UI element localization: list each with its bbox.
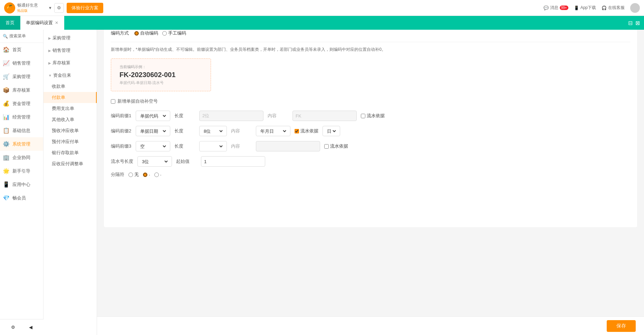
- prefix3-dropdown[interactable]: 空 单据代码 单据日期 部门 业务员: [139, 143, 167, 149]
- header-right: 💬 消息 99+ 📱 App下载 🎧 在线客服: [544, 3, 640, 13]
- sidebar-item-home[interactable]: 🏠 首页: [0, 43, 43, 56]
- prefix3-select[interactable]: 空 单据代码 单据日期 部门 业务员: [136, 141, 170, 151]
- sidebar-label-enterprise: 企业协同: [12, 155, 30, 161]
- messages-button[interactable]: 💬 消息 99+: [544, 5, 568, 11]
- flow-checkbox3[interactable]: [324, 144, 329, 149]
- flow-length-dropdown[interactable]: 3位 4位 5位: [141, 159, 169, 165]
- start-value-input[interactable]: [201, 156, 265, 167]
- sidebar-item-sales[interactable]: 📈 销售管理: [0, 56, 43, 70]
- auto-code-radio[interactable]: [134, 31, 139, 36]
- length2-select[interactable]: 8位 6位 4位: [199, 126, 227, 136]
- sub-item-prepaid-recv[interactable]: 预收冲应收单: [44, 125, 97, 136]
- sub-item-prepaid-pay[interactable]: 预付冲应付单: [44, 136, 97, 147]
- separator-dot-label: ·: [149, 172, 150, 177]
- auto-code-option[interactable]: 自动编码: [134, 30, 158, 36]
- length3-dropdown[interactable]: [202, 143, 224, 149]
- sub-item-receipt[interactable]: 收款单: [44, 81, 97, 92]
- trial-button[interactable]: 体验行业方案: [67, 3, 103, 13]
- length2-dropdown[interactable]: 8位 6位 4位: [202, 128, 224, 134]
- window-minimize-icon[interactable]: ⊟: [628, 20, 633, 26]
- prefix1-label: 编码前缀1: [111, 113, 132, 119]
- sidebar-item-finance[interactable]: 💰 资金管理: [0, 97, 43, 110]
- sub-item-ap-adjust[interactable]: 应收应付调整单: [44, 158, 97, 169]
- sidebar-item-enterprise[interactable]: 🏢 企业协同: [0, 151, 43, 164]
- length1-input: [199, 111, 263, 121]
- auto-fill-checkbox[interactable]: [111, 99, 115, 104]
- flow-checkbox2[interactable]: [295, 129, 299, 133]
- tab-bar: 首页 单据编码设置 ✕ ⊟ ⊠: [0, 16, 644, 30]
- app-label: App下载: [580, 5, 596, 11]
- tab-encoding[interactable]: 单据编码设置 ✕: [20, 16, 64, 30]
- sub-group-inventory-header[interactable]: ▶ 库存核算: [44, 57, 97, 68]
- content3-label: 内容: [231, 143, 252, 149]
- sub-item-bank-deposit[interactable]: 银行存取款单: [44, 147, 97, 158]
- content1-label: 内容: [268, 113, 288, 119]
- prefix2-select[interactable]: 单据日期 部门 业务员 空: [136, 126, 170, 136]
- length1-label: 长度: [174, 113, 195, 119]
- sidebar-item-purchase[interactable]: 🛒 采购管理: [0, 70, 43, 83]
- separator-row: 分隔符 无 · ·: [111, 171, 630, 178]
- content2-dropdown[interactable]: 年月日 年月 年: [259, 128, 287, 134]
- tab-home[interactable]: 首页: [0, 16, 20, 30]
- purchase-icon: 🛒: [3, 73, 10, 80]
- chevron-right-icon: ▶: [48, 36, 51, 40]
- auto-fill-row: 新增单据自动补空号: [111, 98, 630, 104]
- sidebar-item-guide[interactable]: 🌟 新手引导: [0, 164, 43, 178]
- flow-checkbox1[interactable]: [361, 114, 365, 118]
- chevron-down-icon2: ▼: [48, 74, 52, 77]
- length2-label: 长度: [174, 128, 195, 134]
- separator-none-radio[interactable]: [128, 173, 133, 177]
- sidebar-item-vip[interactable]: 💎 畅会员: [0, 191, 43, 205]
- sub-item-other-income[interactable]: 其他收入单: [44, 114, 97, 125]
- sidebar-item-operations[interactable]: 📊 经营管理: [0, 110, 43, 124]
- settings-button[interactable]: ⚙: [54, 3, 64, 13]
- tab-close-icon[interactable]: ✕: [55, 20, 58, 25]
- separator-none-option[interactable]: 无: [128, 171, 139, 178]
- search-menu[interactable]: 🔍 搜索菜单: [0, 30, 43, 43]
- service-label: 在线客服: [608, 5, 625, 11]
- flow-label2: 流水依据: [300, 128, 318, 134]
- separator-dash-radio[interactable]: [154, 173, 159, 177]
- content2-label: 内容: [231, 128, 252, 134]
- sub-group-purchase-header[interactable]: ▶ 采购管理: [44, 32, 97, 44]
- separator-dot-radio[interactable]: [143, 173, 147, 177]
- flow-check1: 流水依据: [361, 113, 385, 119]
- sidebar-label-guide: 新手引导: [12, 168, 30, 174]
- logo-title: 畅通好生意: [17, 3, 38, 8]
- window-maximize-icon[interactable]: ⊠: [635, 20, 640, 26]
- flow2-period-dropdown[interactable]: 日 月 年: [326, 128, 337, 134]
- sub-group-capital: ▼ 资金往来 收款单 付款单 费用支出单 其他收入单 预收冲应收单 预付冲应付单…: [44, 70, 97, 169]
- app-download-button[interactable]: 📱 App下载: [574, 5, 596, 11]
- sidebar-item-basic[interactable]: 📋 基础信息: [0, 124, 43, 137]
- sub-group-capital-header[interactable]: ▼ 资金往来: [44, 70, 97, 81]
- length3-select[interactable]: [199, 141, 227, 151]
- sidebar-label-home: 首页: [12, 47, 21, 53]
- prefix1-dropdown[interactable]: 单据代码 部门 业务员 空: [139, 113, 167, 119]
- apps-icon: 📱: [3, 181, 10, 188]
- sub-group-sales-header[interactable]: ▶ 销售管理: [44, 45, 97, 56]
- separator-dot-option[interactable]: ·: [143, 172, 150, 177]
- sub-item-payment[interactable]: 付款单: [44, 92, 97, 103]
- sidebar-item-apps[interactable]: 📱 应用中心: [0, 178, 43, 191]
- content3-input: [256, 141, 320, 151]
- flow-length-select[interactable]: 3位 4位 5位: [137, 156, 172, 167]
- manual-code-radio[interactable]: [162, 31, 167, 36]
- sidebar-item-inventory[interactable]: 📦 库存核算: [0, 83, 43, 97]
- code-preview-box: 当前编码示例： FK-20230602-001 单据代码-单据日期-流水号: [111, 58, 211, 91]
- sidebar-label-sales: 销售管理: [12, 60, 30, 66]
- prefix2-dropdown[interactable]: 单据日期 部门 业务员 空: [139, 128, 167, 134]
- header-dropdown[interactable]: ▾: [49, 5, 51, 10]
- flow2-period-select[interactable]: 日 月 年: [323, 126, 340, 136]
- manual-code-option[interactable]: 手工编码: [162, 30, 186, 36]
- sub-item-expense[interactable]: 费用支出单: [44, 103, 97, 114]
- code-preview-sub: 单据代码-单据日期-流水号: [119, 80, 202, 85]
- avatar[interactable]: [630, 3, 640, 13]
- separator-dash-option[interactable]: ·: [154, 172, 162, 177]
- sales-icon: 📈: [3, 60, 10, 66]
- online-service-button[interactable]: 🎧 在线客服: [602, 5, 625, 11]
- sidebar-item-system[interactable]: ⚙️ 系统管理: [0, 137, 43, 151]
- sidebar-label-vip: 畅会员: [12, 195, 26, 201]
- prefix1-select[interactable]: 单据代码 部门 业务员 空: [136, 111, 170, 121]
- auto-code-label: 自动编码: [140, 30, 158, 36]
- content2-select[interactable]: 年月日 年月 年: [256, 126, 290, 136]
